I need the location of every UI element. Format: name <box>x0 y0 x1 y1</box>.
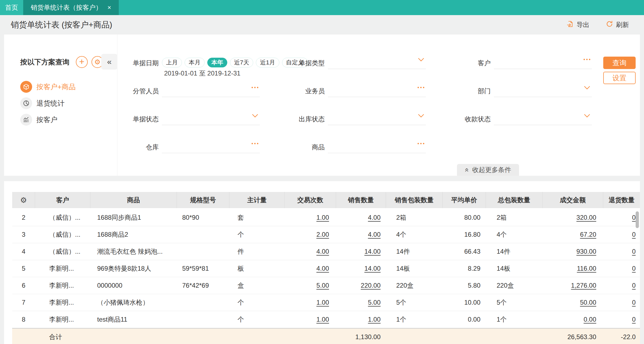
filter-field-业务员[interactable] <box>328 85 426 97</box>
link-value[interactable]: 2.00 <box>316 231 329 238</box>
page-title: 销货单统计表 (按客户+商品) <box>11 19 112 30</box>
link-value[interactable]: 220.00 <box>361 282 381 289</box>
date-pill[interactable]: 本月 <box>185 58 205 67</box>
link-value[interactable]: 0.00 <box>584 316 596 323</box>
column-header-客户[interactable]: 客户 <box>35 192 90 208</box>
cell-product <box>90 329 177 344</box>
link-value[interactable]: 0 <box>632 265 636 272</box>
link-value[interactable]: 320.00 <box>577 214 596 221</box>
cell-pkg: 5个 <box>386 294 443 311</box>
link-value[interactable]: 0 <box>632 231 636 238</box>
link-value[interactable]: 4.00 <box>368 214 381 221</box>
refresh-button[interactable]: 刷新 <box>606 20 629 29</box>
link-value[interactable]: 1,276.00 <box>571 282 596 289</box>
column-header-规格型号[interactable]: 规格型号 <box>177 192 229 208</box>
filter-field-单据类型[interactable] <box>328 57 426 69</box>
filter-row: 仓库商品 <box>121 141 640 169</box>
settings-button[interactable]: 设置 <box>603 72 636 84</box>
column-header-交易次数[interactable]: 交易次数 <box>285 192 336 208</box>
sidebar-collapse-button[interactable]: « <box>101 54 117 70</box>
link-value[interactable]: 0 <box>632 299 636 306</box>
column-header-平均单价[interactable]: 平均单价 <box>443 192 486 208</box>
sidebar-item-按客户[interactable]: 按客户 <box>20 114 117 126</box>
refresh-icon <box>606 20 613 29</box>
chevron-down-icon[interactable] <box>418 114 424 119</box>
link-value[interactable]: 1.00 <box>316 299 329 306</box>
close-icon[interactable]: × <box>107 4 111 11</box>
link-value[interactable]: 116.00 <box>577 265 596 272</box>
link-value[interactable]: 4.00 <box>316 265 329 272</box>
vertical-scrollbar-thumb[interactable] <box>636 211 639 228</box>
column-header-settings[interactable]: ⚙ <box>12 192 35 208</box>
column-header-主计量[interactable]: 主计量 <box>229 192 285 208</box>
filter-field-单据状态[interactable] <box>162 113 260 125</box>
date-pill[interactable]: 本年 <box>207 58 227 67</box>
filter-label: 商品 <box>287 141 328 169</box>
column-header-销售数量[interactable]: 销售数量 <box>336 192 386 208</box>
filter-field-客户[interactable] <box>494 57 592 69</box>
query-button[interactable]: 查询 <box>603 57 636 69</box>
filter-单据类型: 单据类型 <box>287 57 453 85</box>
link-value[interactable]: 5.00 <box>316 282 329 289</box>
link-value[interactable]: 14.00 <box>364 248 381 255</box>
link-value[interactable]: 1.00 <box>368 316 381 323</box>
filter-field-分管人员[interactable] <box>162 85 260 97</box>
column-header-退货数量[interactable]: 退货数量 <box>603 192 640 208</box>
column-header-总包装数量[interactable]: 总包装数量 <box>486 192 543 208</box>
date-pill[interactable]: 近7天 <box>230 58 253 67</box>
column-header-商品[interactable]: 商品 <box>90 192 177 208</box>
sidebar-item-按客户+商品[interactable]: 按客户+商品 <box>20 81 117 93</box>
filter-field-部门[interactable] <box>494 85 592 97</box>
column-header-成交金额[interactable]: 成交金额 <box>543 192 603 208</box>
link-value[interactable]: 4.00 <box>368 231 381 238</box>
date-pill[interactable]: 近1月 <box>256 58 279 67</box>
sidebar-item-退货统计[interactable]: 退货统计 <box>20 97 117 109</box>
column-header-销售包装数量[interactable]: 销售包装数量 <box>386 192 443 208</box>
chevron-down-icon[interactable] <box>584 86 590 91</box>
cell-tpkg <box>486 329 543 344</box>
filter-field-仓库[interactable] <box>162 141 260 153</box>
cell-amount: 930.00 <box>543 243 603 260</box>
ellipsis-icon[interactable] <box>418 87 424 88</box>
link-value[interactable]: 1.00 <box>316 316 329 323</box>
link-value[interactable]: 5.00 <box>368 299 381 306</box>
ellipsis-icon[interactable] <box>252 87 258 88</box>
chevron-down-icon[interactable] <box>584 114 590 119</box>
table-footer-row: 合计1,130.0026,563.30-22.0 <box>12 328 640 344</box>
cell-customer: （威信）... <box>35 209 90 226</box>
link-value[interactable]: 930.00 <box>577 248 596 255</box>
filter-label: 收款状态 <box>453 113 494 141</box>
date-range-text[interactable]: 2019-01-01 至 2019-12-31 <box>164 69 240 78</box>
chevron-down-icon[interactable] <box>418 58 424 63</box>
ellipsis-icon[interactable] <box>418 143 424 144</box>
ellipsis-icon[interactable] <box>584 59 590 60</box>
filter-field-商品[interactable] <box>328 141 426 153</box>
link-value[interactable]: 1.00 <box>316 214 329 221</box>
tab-sales-report[interactable]: 销货单统计表（按客户） × <box>23 0 119 15</box>
link-value[interactable]: 50.00 <box>580 299 596 306</box>
collapse-more-filters[interactable]: « 收起更多条件 <box>457 164 519 176</box>
filter-field-收款状态[interactable] <box>494 113 592 125</box>
cell-num <box>12 329 35 344</box>
link-value[interactable]: 0 <box>632 282 636 289</box>
filter-field-出库状态[interactable] <box>328 113 426 125</box>
ellipsis-icon[interactable] <box>252 143 258 144</box>
tab-home[interactable]: 首页 <box>0 0 23 15</box>
add-scheme-button[interactable]: + <box>76 56 88 68</box>
filter-rows: 分管人员业务员部门单据状态出库状态收款状态仓库商品 <box>121 85 640 169</box>
export-button[interactable]: 导出 <box>566 20 589 29</box>
cell-tx: 2.00 <box>285 226 336 243</box>
link-value[interactable]: 14.00 <box>364 265 381 272</box>
link-value[interactable]: 0 <box>632 248 636 255</box>
filter-业务员: 业务员 <box>287 85 453 113</box>
date-pill[interactable]: 上月 <box>162 58 182 67</box>
link-value[interactable]: 0 <box>632 316 636 323</box>
link-value[interactable]: 4.00 <box>316 248 329 255</box>
chevron-down-icon[interactable] <box>252 114 258 119</box>
cell-tx: 1.00 <box>285 209 336 226</box>
cell-avg: 10.00 <box>443 294 486 311</box>
link-value[interactable]: 67.20 <box>580 231 596 238</box>
table-settings-icon[interactable]: ⚙ <box>20 196 27 205</box>
link-value[interactable]: 0 <box>632 214 636 221</box>
cell-unit: 板 <box>229 260 285 277</box>
